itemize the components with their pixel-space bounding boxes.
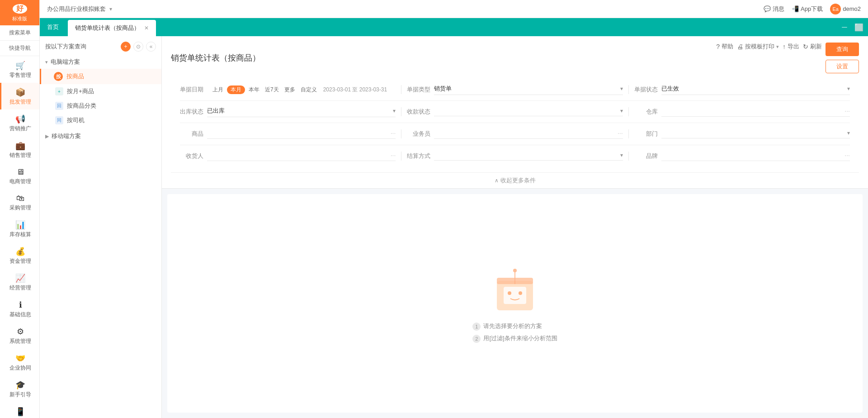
minimize-window-icon[interactable]: ─	[839, 22, 850, 33]
sidebar-item-retail[interactable]: 🛒 零售管理	[0, 56, 39, 83]
date-btn-custom[interactable]: 自定义	[299, 86, 319, 94]
pay-status-label: 收款状态	[407, 108, 434, 116]
sidebar-item-retail-label: 零售管理	[9, 71, 31, 79]
filter-out-status: 出库状态 已出库 ▾	[180, 104, 396, 119]
filter-warehouse: 仓库 ···	[634, 104, 850, 119]
print-button[interactable]: 🖨 按模板打印 ▾	[737, 43, 779, 51]
scheme-sub-item-monthly[interactable]: + 按月+商品	[40, 84, 161, 99]
print-label: 按模板打印	[745, 43, 774, 51]
filter-row-4: 收货人 ··· 结算方式 ▾	[180, 145, 850, 167]
warehouse-label: 仓库	[634, 108, 661, 116]
topbar: 办公用品行业模拟账套 ▾ 💬 消息 📲 App下载 Ea demo2	[40, 0, 868, 18]
sidebar-item-system[interactable]: ⚙ 系统管理	[0, 322, 39, 349]
sidebar-item-purchase-label: 采购管理	[9, 204, 31, 212]
quick-nav-item[interactable]: 快捷导航	[0, 41, 39, 56]
add-scheme-button[interactable]: +	[121, 42, 131, 52]
date-btn-more[interactable]: 更多	[283, 86, 297, 94]
base-info-icon: ℹ	[19, 300, 22, 310]
date-btn-this-month[interactable]: 本月	[227, 86, 245, 94]
query-button[interactable]: 查询	[826, 43, 859, 56]
goods-more-icon[interactable]: ···	[391, 129, 396, 137]
divider-5	[401, 129, 401, 138]
chevron-right-icon: ▶	[45, 133, 49, 139]
collapse-label: 收起更多条件	[500, 176, 536, 185]
salesman-label: 业务员	[407, 130, 434, 138]
message-label: 消息	[773, 5, 784, 13]
print-dropdown-icon[interactable]: ▾	[776, 44, 779, 50]
settings-button[interactable]: 设置	[826, 60, 859, 73]
svg-point-5	[519, 291, 522, 295]
mobile-scheme-group-header[interactable]: ▶ 移动端方案	[40, 129, 161, 143]
scheme-sub-item-driver[interactable]: 同 按司机	[40, 113, 161, 128]
app-download-button[interactable]: 📲 App下载	[792, 5, 823, 13]
workspace-dropdown-icon[interactable]: ▾	[109, 6, 112, 12]
tab-home[interactable]: 首页	[40, 18, 66, 36]
filter-goods: 商品 ···	[180, 127, 396, 141]
message-button[interactable]: 💬 消息	[764, 5, 784, 13]
page-header-top: 销货单统计表（按商品） ? 帮助 🖨 按模板打印 ▾ ↑	[171, 43, 859, 73]
topbar-right: 💬 消息 📲 App下载 Ea demo2	[764, 4, 861, 14]
collapse-filters-button[interactable]: ∧ 收起更多条件	[171, 172, 859, 188]
brand-more-icon[interactable]: ···	[844, 152, 850, 159]
sidebar-item-finance[interactable]: 💰 资金管理	[0, 242, 39, 269]
mobile-scheme-group-label: 移动端方案	[52, 132, 81, 140]
scheme-item-by-goods[interactable]: 按 按商品	[40, 69, 161, 84]
help-button[interactable]: ? 帮助	[716, 43, 733, 51]
pay-status-dropdown-icon[interactable]: ▾	[620, 108, 623, 114]
export-button[interactable]: ↑ 导出	[783, 43, 799, 51]
sidebar-item-purchase[interactable]: 🛍 采购管理	[0, 189, 39, 215]
sidebar-item-sales[interactable]: 💼 销售管理	[0, 136, 39, 163]
app-icon: 📱	[15, 407, 25, 417]
sidebar-item-guide[interactable]: 🎓 新手引导	[0, 375, 39, 402]
doc-status-dropdown-icon[interactable]: ▾	[847, 86, 850, 92]
date-label: 单据日期	[180, 86, 207, 94]
app-subtitle: 标准版	[12, 15, 27, 22]
doc-type-dropdown-icon[interactable]: ▾	[620, 86, 623, 92]
scheme-sub-item-category[interactable]: 回 按商品分类	[40, 99, 161, 113]
pc-scheme-group-header[interactable]: ▾ 电脑端方案	[40, 55, 161, 69]
divider-2	[628, 85, 629, 94]
refresh-button[interactable]: ↻ 刷新	[803, 43, 822, 51]
sidebar-item-marketing[interactable]: 📢 营销推广	[0, 109, 39, 136]
quick-nav-label: 快捷导航	[9, 45, 31, 51]
settle-dropdown-icon[interactable]: ▾	[620, 152, 623, 158]
user-avatar-button[interactable]: Ea demo2	[830, 4, 861, 14]
hint-num-1: 1	[472, 323, 481, 331]
sidebar-item-management[interactable]: 📈 经营管理	[0, 269, 39, 295]
out-status-dropdown-icon[interactable]: ▾	[393, 108, 396, 114]
svg-rect-3	[504, 287, 526, 304]
sidebar-item-base-info[interactable]: ℹ 基础信息	[0, 295, 39, 322]
sidebar-item-wholesale[interactable]: 📦 批发管理	[0, 83, 39, 109]
sidebar-item-ecommerce[interactable]: 🖥 电商管理	[0, 163, 39, 189]
filter-settle: 结算方式 ▾	[407, 149, 623, 163]
copy-scheme-button[interactable]: ⊙	[133, 42, 143, 52]
date-btn-last-month[interactable]: 上月	[211, 86, 225, 94]
maximize-window-icon[interactable]: ⬜	[854, 22, 864, 33]
settle-label: 结算方式	[407, 152, 434, 160]
date-btn-7days[interactable]: 近7天	[263, 86, 281, 94]
filter-row-1: 单据日期 上月 本月 本年 近7天 更多 自定义 2023-03-01 至 20…	[180, 79, 850, 101]
inventory-icon: 📊	[15, 220, 25, 230]
filter-doc-type: 单据类型 销货单 ▾	[407, 82, 623, 97]
receiver-more-icon[interactable]: ···	[391, 152, 396, 159]
sidebar-item-collab[interactable]: 🤝 企业协同	[0, 349, 39, 375]
date-btn-this-year[interactable]: 本年	[247, 86, 261, 94]
close-tab-icon[interactable]: ✕	[144, 25, 149, 31]
filter-receiver: 收货人 ···	[180, 149, 396, 163]
empty-hint-text: 1 请先选择要分析的方案 2 用[过滤]条件来缩小分析范围	[472, 322, 557, 347]
scheme-dot: 按	[54, 72, 63, 81]
warehouse-more-icon[interactable]: ···	[844, 107, 850, 114]
sidebar-item-app[interactable]: 📱 应用中心	[0, 402, 39, 418]
dept-dropdown-icon[interactable]: ▾	[847, 130, 850, 136]
hint-text-1: 请先选择要分析的方案	[483, 322, 542, 330]
salesman-control: ···	[434, 129, 623, 139]
tab-sales-stat[interactable]: 销货单统计表（按商品） ✕	[68, 20, 156, 36]
collapse-icon: ∧	[495, 177, 499, 184]
search-menu-item[interactable]: 搜索菜单	[0, 25, 39, 41]
svg-point-7	[513, 269, 517, 272]
sidebar-item-inventory[interactable]: 📊 库存核算	[0, 215, 39, 242]
pc-scheme-group: ▾ 电脑端方案 按 按商品 + 按月+商品 回 按商品分类	[40, 55, 161, 128]
collapse-panel-button[interactable]: «	[146, 42, 156, 52]
guide-icon: 🎓	[15, 380, 25, 390]
salesman-more-icon[interactable]: ···	[618, 129, 623, 137]
